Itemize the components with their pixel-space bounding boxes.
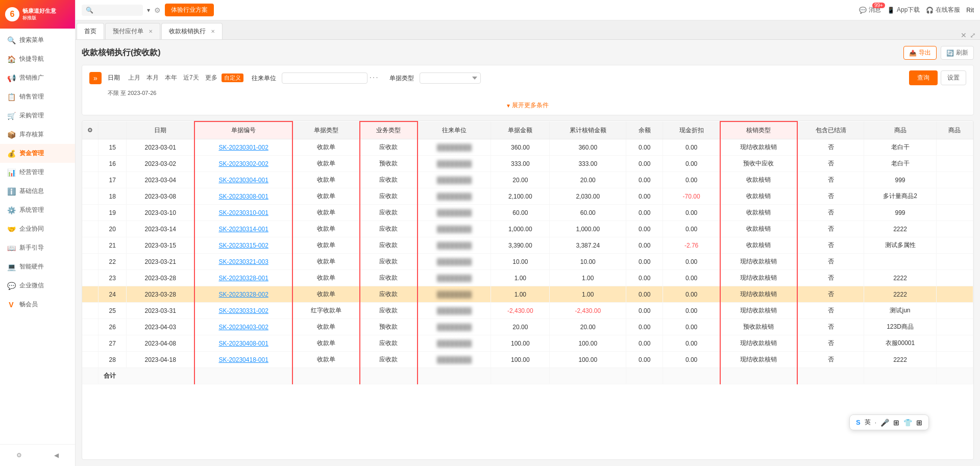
solution-button[interactable]: 体验行业方案 xyxy=(165,4,214,16)
sidebar-item-corp[interactable]: 🤝 企业协同 xyxy=(0,219,75,238)
cell-seq: 15 xyxy=(99,139,127,156)
topbar-gear-icon[interactable]: ⚙ xyxy=(154,6,161,14)
cell-product2 xyxy=(936,352,973,368)
cell-bill-no[interactable]: SK-20230418-001 xyxy=(194,352,292,368)
topbar-app[interactable]: 📱 App下载 xyxy=(887,6,920,14)
filter-custom-btn[interactable]: 自定义 xyxy=(222,73,243,82)
cell-bill-no[interactable]: SK-20230310-001 xyxy=(194,205,292,221)
filter-toggle-btn[interactable]: » xyxy=(89,72,102,84)
expand-conditions-btn[interactable]: ▾ 展开更多条件 xyxy=(507,101,549,110)
tab-writeoff[interactable]: 收款核销执行 ✕ xyxy=(161,23,223,39)
cell-bill-no[interactable]: SK-20230308-001 xyxy=(194,188,292,205)
sidebar-item-quicknav[interactable]: 🏠 快捷导航 xyxy=(0,50,75,68)
cell-date: 2023-03-31 xyxy=(127,303,194,319)
sidebar-item-basic[interactable]: ℹ️ 基础信息 xyxy=(0,182,75,201)
table-row[interactable]: 212023-03-15SK-20230315-002收款单应收款███████… xyxy=(82,237,973,254)
topbar-service[interactable]: 🎧 在线客服 xyxy=(926,6,960,14)
cell-bill-no[interactable]: SK-20230408-001 xyxy=(194,335,292,352)
topbar-dropdown[interactable]: ▾ xyxy=(147,7,150,14)
filter-date-label: 日期 xyxy=(108,73,120,82)
ime-shirt-icon[interactable]: 👕 xyxy=(903,419,912,427)
sidebar-item-system[interactable]: ⚙️ 系统管理 xyxy=(0,201,75,219)
filter-this-month[interactable]: 本月 xyxy=(144,73,161,83)
cell-bill-no[interactable]: SK-20230301-002 xyxy=(194,139,292,156)
sidebar-item-sales[interactable]: 📋 销售管理 xyxy=(0,87,75,106)
logo-subtitle: 标推版 xyxy=(22,15,56,21)
table-row[interactable]: 272023-04-08SK-20230408-001收款单应收款███████… xyxy=(82,335,973,352)
sidebar-settings-btn[interactable]: ⚙ xyxy=(13,449,25,462)
table-row[interactable]: 182023-03-08SK-20230308-001收款单应收款███████… xyxy=(82,188,973,205)
filter-this-year[interactable]: 本年 xyxy=(163,73,179,83)
cell-bill-no[interactable]: SK-20230321-003 xyxy=(194,254,292,270)
tab-writeoff-close[interactable]: ✕ xyxy=(211,29,215,34)
cell-bill-no[interactable]: SK-20230314-001 xyxy=(194,221,292,237)
cell-bill-type: 收款单 xyxy=(292,286,360,303)
sidebar-item-wechat[interactable]: 💬 企业微信 xyxy=(0,276,75,295)
cell-product2 xyxy=(936,237,973,254)
table-row[interactable]: 242023-03-28SK-20230328-002收款单应收款███████… xyxy=(82,286,973,303)
table-row[interactable]: 282023-04-18SK-20230418-001收款单应收款███████… xyxy=(82,352,973,368)
cell-bill-no[interactable]: SK-20230304-001 xyxy=(194,172,292,188)
data-table-container[interactable]: ⚙ 日期 单据编号 单据类型 业务类型 往来单位 单据金额 累计核销金额 余额 … xyxy=(82,120,974,460)
topbar-search-input[interactable] xyxy=(95,7,136,14)
filter-settings-button[interactable]: 设置 xyxy=(941,70,966,85)
table-row[interactable]: 262023-04-03SK-20230403-002收款单预收款███████… xyxy=(82,319,973,335)
sidebar-item-operation[interactable]: 📊 经营管理 xyxy=(0,163,75,182)
laptop-icon: 💻 xyxy=(7,263,15,271)
topbar-search-area[interactable]: 🔍 xyxy=(82,5,143,16)
cell-bill-no[interactable]: SK-20230328-001 xyxy=(194,270,292,286)
cell-bill-no[interactable]: SK-20230302-002 xyxy=(194,156,292,172)
cell-bill-no[interactable]: SK-20230403-002 xyxy=(194,319,292,335)
filter-last-7-days[interactable]: 近7天 xyxy=(181,73,201,83)
sidebar-item-marketing[interactable]: 📢 营销推广 xyxy=(0,68,75,87)
export-button[interactable]: 📤 导出 xyxy=(903,46,937,60)
filter-more-dates[interactable]: 更多 xyxy=(203,73,219,83)
cell-seq: 28 xyxy=(99,352,127,368)
filter-bill-type-select[interactable] xyxy=(420,72,481,84)
topbar-user[interactable]: Rit xyxy=(966,7,974,14)
cell-bill-type: 收款单 xyxy=(292,139,360,156)
maximize-icon[interactable]: ⤢ xyxy=(970,31,976,39)
footer-balance xyxy=(626,368,663,384)
cell-balance: 0.00 xyxy=(626,172,663,188)
cell-cash-discount: 0.00 xyxy=(663,156,720,172)
col-header-settings[interactable]: ⚙ xyxy=(82,121,99,139)
refresh-button[interactable]: 🔄 刷新 xyxy=(941,46,974,60)
tab-prepay[interactable]: 预付应付单 ✕ xyxy=(105,23,160,39)
table-row[interactable]: 172023-03-04SK-20230304-001收款单应收款███████… xyxy=(82,172,973,188)
table-row[interactable]: 252023-03-31SK-20230331-002红字收款单应收款█████… xyxy=(82,303,973,319)
table-row[interactable]: 192023-03-10SK-20230310-001收款单应收款███████… xyxy=(82,205,973,221)
close-all-icon[interactable]: ✕ xyxy=(961,31,967,39)
cell-bill-no[interactable]: SK-20230315-002 xyxy=(194,237,292,254)
cell-biz-type: 应收款 xyxy=(360,237,418,254)
filter-partner-input[interactable] xyxy=(282,72,368,84)
cell-writeoff-type: 预收中应收 xyxy=(720,156,797,172)
ime-mic-icon[interactable]: 🎤 xyxy=(880,419,889,427)
cell-bill-no[interactable]: SK-20230331-002 xyxy=(194,303,292,319)
table-row[interactable]: 222023-03-21SK-20230321-003收款单应收款███████… xyxy=(82,254,973,270)
table-row[interactable]: 162023-03-02SK-20230302-002收款单预收款███████… xyxy=(82,156,973,172)
cell-include-settled: 否 xyxy=(797,286,864,303)
table-row[interactable]: 152023-03-01SK-20230301-002收款单应收款███████… xyxy=(82,139,973,156)
query-button[interactable]: 查询 xyxy=(909,70,938,85)
cell-seq: 16 xyxy=(99,156,127,172)
sidebar-item-guide[interactable]: 📖 新手引导 xyxy=(0,238,75,257)
sidebar-item-inventory[interactable]: 📦 库存核算 xyxy=(0,125,75,144)
table-row[interactable]: 202023-03-14SK-20230314-001收款单应收款███████… xyxy=(82,221,973,237)
table-row[interactable]: 232023-03-28SK-20230328-001收款单应收款███████… xyxy=(82,270,973,286)
sidebar-item-finance[interactable]: 💰 资金管理 xyxy=(0,144,75,163)
cell-writeoff-type: 收款核销 xyxy=(720,237,797,254)
sidebar-item-search[interactable]: 🔍 搜索菜单 xyxy=(0,31,75,50)
tab-home[interactable]: 首页 xyxy=(77,23,104,39)
ime-grid-icon[interactable]: ⊞ xyxy=(893,419,899,427)
sidebar-item-purchase[interactable]: 🛒 采购管理 xyxy=(0,106,75,125)
filter-last-month[interactable]: 上月 xyxy=(126,73,142,83)
cell-bill-no[interactable]: SK-20230328-002 xyxy=(194,286,292,303)
topbar-message[interactable]: 💬 消息 99+ xyxy=(859,6,881,14)
sidebar-item-hardware[interactable]: 💻 智能硬件 xyxy=(0,257,75,276)
sidebar-collapse-btn[interactable]: ◀ xyxy=(51,449,62,462)
sidebar-item-member[interactable]: V 畅会员 xyxy=(0,295,75,314)
cell-product2 xyxy=(936,156,973,172)
tab-prepay-close[interactable]: ✕ xyxy=(149,29,153,34)
ime-extra-icon[interactable]: ⊞ xyxy=(916,419,922,427)
